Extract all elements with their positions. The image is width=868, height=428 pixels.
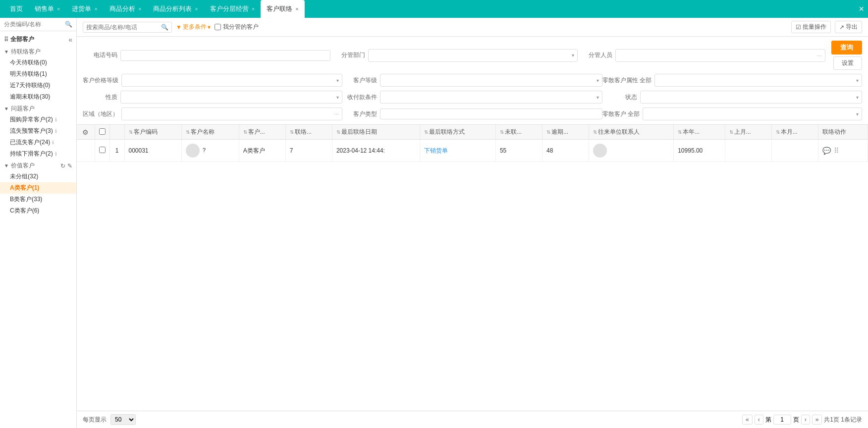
region-more-icon[interactable]: ···: [334, 110, 339, 117]
phone-field: 电话号码: [83, 50, 330, 61]
sidebar-value-item-3[interactable]: C类客户(6): [0, 205, 76, 216]
dept-select[interactable]: ▾: [368, 49, 578, 62]
first-page-button[interactable]: «: [742, 415, 753, 425]
col-this-month[interactable]: ⇅本月...: [771, 125, 818, 140]
filter-search-input[interactable]: [86, 24, 161, 31]
export-button[interactable]: ↗ 导出: [835, 21, 862, 33]
sidebar-item-0-3[interactable]: 逾期未联络(30): [0, 91, 76, 103]
col-customer-type[interactable]: ⇅客户...: [239, 125, 285, 140]
sidebar-group-1[interactable]: ▼问题客户: [0, 103, 76, 114]
close-tab-customer-tier-icon[interactable]: ×: [252, 6, 255, 12]
all-customers-label: 全部客户: [10, 35, 34, 44]
col-last-month[interactable]: ⇅上月...: [725, 125, 771, 140]
nav-tab-customer-tier[interactable]: 客户分层经营×: [204, 0, 261, 18]
customer-level-select[interactable]: ▾: [380, 74, 602, 87]
sidebar-item-0-2[interactable]: 近7天待联络(0): [0, 80, 76, 91]
row-last-month-cell: [725, 140, 771, 162]
col-contact-num[interactable]: ⇅联络...: [285, 125, 332, 140]
gear-icon[interactable]: ⚙: [82, 128, 89, 136]
row-contact-num-cell: 7: [285, 140, 332, 162]
nature-select[interactable]: ▾: [120, 91, 342, 104]
qr-icon[interactable]: ⠿: [834, 147, 839, 155]
region-field: 区域（地区） ···: [83, 107, 342, 120]
nav-tab-product-analysis-list[interactable]: 商品分析列表×: [147, 0, 204, 18]
last-page-button[interactable]: »: [812, 415, 822, 425]
row-overdue: 48: [546, 147, 553, 154]
batch-ops-button[interactable]: ☑ 批量操作: [791, 21, 831, 33]
close-tab-purchase-icon[interactable]: ×: [94, 6, 97, 12]
my-customer-checkbox[interactable]: [215, 24, 221, 30]
col-unit-contact[interactable]: ⇅往来单位联系人: [589, 125, 674, 140]
row-last-contact-method-link[interactable]: 下销货单: [424, 147, 448, 154]
all-customers-header[interactable]: ⠿ 全部客户 «: [0, 33, 76, 46]
col-code[interactable]: ⇅客户编码: [124, 125, 182, 140]
collapse-icon[interactable]: «: [68, 36, 72, 44]
sidebar-item-1-2[interactable]: 已流失客户(24) ℹ: [0, 137, 76, 148]
edit-icon[interactable]: ✎: [67, 162, 72, 169]
nav-tab-purchase[interactable]: 进货单×: [66, 0, 103, 18]
refresh-icon[interactable]: ↻: [60, 162, 65, 169]
close-tab-product-analysis-list-icon[interactable]: ×: [195, 6, 198, 12]
col-this-year[interactable]: ⇅本年...: [674, 125, 725, 140]
col-last-contact-date[interactable]: ⇅最后联络日期: [332, 125, 420, 140]
retail-attr-select[interactable]: ▾: [654, 74, 862, 87]
sidebar-value-item-2[interactable]: B类客户(33): [0, 194, 76, 205]
chat-icon[interactable]: 💬: [822, 147, 831, 155]
row-overdue-cell: 48: [542, 140, 589, 162]
page-input[interactable]: [773, 415, 791, 425]
sidebar-item-1-3[interactable]: 持续下滑客户(2) ℹ: [0, 148, 76, 160]
settings-button[interactable]: 设置: [833, 56, 862, 70]
col-last-contact-method[interactable]: ⇅最后联络方式: [420, 125, 496, 140]
price-level-select[interactable]: ▾: [121, 74, 342, 87]
col-overdue[interactable]: ⇅逾期...: [542, 125, 589, 140]
my-customer-checkbox-area[interactable]: 我分管的客户: [215, 23, 259, 31]
prev-page-button[interactable]: ‹: [755, 415, 763, 425]
customer-type-input[interactable]: [380, 108, 602, 119]
dept-label: 分管部门: [330, 51, 365, 59]
sidebar-group-0[interactable]: ▼待联络客户: [0, 46, 76, 57]
page-size-select[interactable]: 20 50 100 200: [110, 414, 136, 425]
person-select[interactable]: ···: [615, 49, 825, 62]
row-last-contact-date: 2023-04-12 14:44:: [336, 147, 385, 154]
close-tab-sales-icon[interactable]: ×: [57, 6, 60, 12]
filter-search-area: 🔍: [83, 22, 172, 33]
status-select[interactable]: ▾: [640, 91, 862, 104]
payment-select[interactable]: ▾: [380, 91, 602, 104]
sidebar-item-0-1[interactable]: 明天待联络(1): [0, 68, 76, 80]
close-tab-product-analysis-icon[interactable]: ×: [138, 6, 141, 12]
sidebar-value-item-1[interactable]: A类客户(1): [0, 182, 76, 194]
person-more-icon[interactable]: ···: [817, 52, 822, 59]
col-settings[interactable]: ⚙: [77, 125, 95, 140]
filter-search-icon[interactable]: 🔍: [161, 24, 168, 31]
nav-tab-customer-contact[interactable]: 客户联络×: [261, 0, 304, 18]
query-button[interactable]: 查询: [831, 41, 862, 54]
close-all-button[interactable]: ×: [859, 4, 864, 14]
retail-customer-select[interactable]: ▾: [643, 107, 862, 120]
close-tab-customer-contact-icon[interactable]: ×: [295, 6, 298, 12]
batch-checkbox-icon: ☑: [796, 24, 801, 31]
sidebar-search-input[interactable]: [4, 21, 65, 28]
nav-tab-sales[interactable]: 销售单×: [29, 0, 66, 18]
nav-tab-home[interactable]: 首页: [4, 0, 29, 18]
sidebar: 🔍 ⠿ 全部客户 « ▼待联络客户今天待联络(0)明天待联络(1)近7天待联络(…: [0, 18, 77, 428]
table-scroll[interactable]: ⚙ ⇅客户编码 ⇅客户名称 ⇅客户... ⇅联络... ⇅最后联络日期 ⇅最后: [77, 125, 868, 411]
sidebar-value-item-0[interactable]: 未分组(32): [0, 171, 76, 182]
filter-more-button[interactable]: ▼ 更多条件 ▾: [176, 23, 211, 31]
sidebar-search-area: 🔍: [0, 18, 76, 31]
col-name[interactable]: ⇅客户名称: [182, 125, 239, 140]
row-customer-type-cell: A类客户: [239, 140, 285, 162]
sidebar-item-0-0[interactable]: 今天待联络(0): [0, 57, 76, 68]
sidebar-item-1-1[interactable]: 流失预警客户(3) ℹ: [0, 125, 76, 137]
tool-icons: ↻✎: [60, 162, 72, 169]
row-checkbox[interactable]: [99, 147, 106, 153]
phone-input[interactable]: [120, 50, 330, 61]
top-nav: 首页销售单×进货单×商品分析×商品分析列表×客户分层经营×客户联络××: [0, 0, 868, 18]
filter-actions: ☑ 批量操作 ↗ 导出: [791, 21, 862, 33]
sidebar-item-1-0[interactable]: 囤购异常客户(2) ℹ: [0, 114, 76, 125]
next-page-button[interactable]: ›: [801, 415, 810, 425]
sidebar-search-icon[interactable]: 🔍: [65, 21, 72, 28]
region-select[interactable]: ···: [121, 107, 342, 120]
select-all-checkbox[interactable]: [99, 128, 106, 135]
nav-tab-product-analysis[interactable]: 商品分析×: [104, 0, 147, 18]
col-not-contact[interactable]: ⇅未联...: [495, 125, 542, 140]
